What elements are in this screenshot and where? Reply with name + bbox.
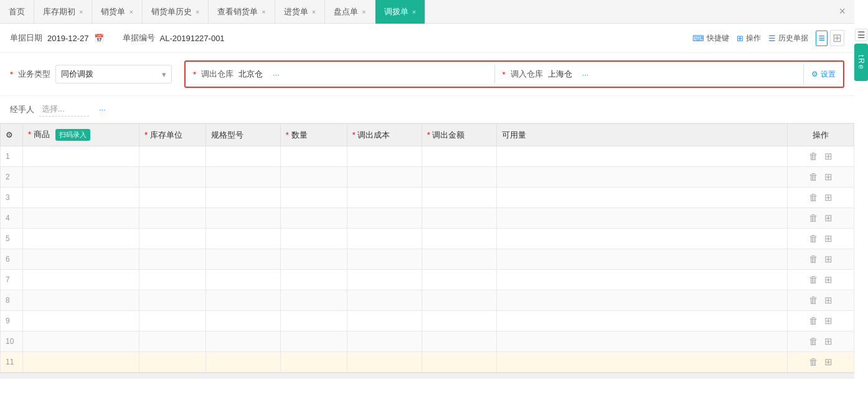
handler-more[interactable]: ···	[99, 105, 106, 114]
copy-icon-8[interactable]: ⊞	[824, 295, 833, 305]
row-available-2[interactable]	[496, 167, 787, 188]
row-transfer-amount-3[interactable]	[422, 188, 496, 208]
row-quantity-9[interactable]	[280, 311, 347, 331]
tab-inventory-init[interactable]: 库存期初 ×	[34, 0, 92, 24]
tab-close-inventory-init[interactable]: ×	[79, 8, 83, 16]
row-transfer-cost-11[interactable]	[347, 352, 422, 373]
delete-icon-8[interactable]: 🗑	[809, 295, 818, 305]
row-stock-unit-4[interactable]	[139, 208, 205, 229]
delete-icon-6[interactable]: 🗑	[809, 254, 818, 264]
grid-layout-icon[interactable]: ⊞	[830, 30, 844, 46]
row-transfer-amount-5[interactable]	[422, 229, 496, 249]
row-quantity-10[interactable]	[280, 331, 347, 352]
row-stock-unit-11[interactable]	[139, 352, 205, 373]
copy-icon-6[interactable]: ⊞	[824, 254, 833, 264]
row-available-10[interactable]	[496, 331, 787, 352]
row-product-3[interactable]	[23, 188, 139, 208]
row-quantity-4[interactable]	[280, 208, 347, 229]
row-quantity-6[interactable]	[280, 249, 347, 270]
row-available-4[interactable]	[496, 208, 787, 229]
row-spec-2[interactable]	[205, 167, 280, 188]
row-spec-10[interactable]	[205, 331, 280, 352]
delete-icon-9[interactable]: 🗑	[809, 315, 818, 326]
business-type-select[interactable]: 同价调拨 ▾	[55, 65, 172, 83]
delete-icon-4[interactable]: 🗑	[809, 212, 818, 223]
row-available-9[interactable]	[496, 311, 787, 331]
copy-icon-5[interactable]: ⊞	[824, 233, 833, 244]
row-transfer-cost-6[interactable]	[347, 249, 422, 270]
row-product-7[interactable]	[23, 270, 139, 290]
tab-sales-history[interactable]: 销货单历史 ×	[143, 0, 209, 24]
calendar-icon[interactable]: 📅	[94, 34, 104, 43]
row-transfer-cost-3[interactable]	[347, 188, 422, 208]
list-layout-icon[interactable]: ≡	[816, 31, 828, 46]
close-all-tabs[interactable]: ×	[830, 5, 854, 18]
row-transfer-amount-10[interactable]	[422, 331, 496, 352]
history-btn[interactable]: ☰ 历史单据	[768, 33, 808, 44]
settings-gear-btn[interactable]: ⚙ 设置	[803, 64, 843, 85]
sidebar-list-btn[interactable]: ☰	[855, 29, 867, 41]
row-transfer-amount-8[interactable]	[422, 290, 496, 311]
row-stock-unit-1[interactable]	[139, 146, 205, 167]
delete-icon-3[interactable]: 🗑	[809, 192, 818, 202]
row-transfer-amount-4[interactable]	[422, 208, 496, 229]
row-spec-7[interactable]	[205, 270, 280, 290]
row-transfer-cost-7[interactable]	[347, 270, 422, 290]
row-product-4[interactable]	[23, 208, 139, 229]
row-stock-unit-10[interactable]	[139, 331, 205, 352]
row-product-2[interactable]	[23, 167, 139, 188]
row-stock-unit-8[interactable]	[139, 290, 205, 311]
row-spec-9[interactable]	[205, 311, 280, 331]
tab-close-transfer-order[interactable]: ×	[412, 8, 416, 16]
row-quantity-11[interactable]	[280, 352, 347, 373]
row-available-6[interactable]	[496, 249, 787, 270]
row-transfer-cost-5[interactable]	[347, 229, 422, 249]
scan-btn[interactable]: 扫码录入	[55, 129, 90, 141]
row-spec-1[interactable]	[205, 146, 280, 167]
row-product-11[interactable]	[23, 352, 139, 373]
tab-close-view-sales[interactable]: ×	[262, 8, 265, 16]
copy-icon-3[interactable]: ⊞	[824, 192, 833, 202]
tab-sales-order[interactable]: 销货单 ×	[92, 0, 142, 24]
row-product-8[interactable]	[23, 290, 139, 311]
row-product-9[interactable]	[23, 311, 139, 331]
sidebar-teal-btn[interactable]: tRe	[854, 44, 868, 81]
row-available-5[interactable]	[496, 229, 787, 249]
tab-close-purchase-order[interactable]: ×	[312, 8, 316, 16]
shortcut-btn[interactable]: ⌨ 快捷键	[692, 33, 729, 44]
row-transfer-amount-9[interactable]	[422, 311, 496, 331]
row-available-1[interactable]	[496, 146, 787, 167]
handler-select[interactable]: 选择...	[39, 102, 89, 117]
row-quantity-2[interactable]	[280, 167, 347, 188]
row-spec-8[interactable]	[205, 290, 280, 311]
row-transfer-cost-4[interactable]	[347, 208, 422, 229]
row-transfer-amount-2[interactable]	[422, 167, 496, 188]
row-quantity-3[interactable]	[280, 188, 347, 208]
warehouse-out-more[interactable]: ···	[273, 70, 280, 79]
tab-home[interactable]: 首页	[0, 0, 34, 24]
copy-icon-11[interactable]: ⊞	[824, 356, 833, 367]
row-transfer-amount-7[interactable]	[422, 270, 496, 290]
row-transfer-cost-1[interactable]	[347, 146, 422, 167]
row-quantity-7[interactable]	[280, 270, 347, 290]
tab-purchase-order[interactable]: 进货单 ×	[275, 0, 325, 24]
delete-icon-10[interactable]: 🗑	[809, 336, 818, 346]
row-stock-unit-5[interactable]	[139, 229, 205, 249]
tab-close-inventory-check[interactable]: ×	[362, 8, 366, 16]
tab-view-sales[interactable]: 查看销货单 ×	[209, 0, 275, 24]
row-transfer-amount-11[interactable]	[422, 352, 496, 373]
copy-icon-2[interactable]: ⊞	[824, 171, 833, 182]
delete-icon-7[interactable]: 🗑	[809, 274, 818, 285]
row-stock-unit-7[interactable]	[139, 270, 205, 290]
row-product-10[interactable]	[23, 331, 139, 352]
row-transfer-cost-9[interactable]	[347, 311, 422, 331]
copy-icon-4[interactable]: ⊞	[824, 212, 833, 223]
tab-close-sales-history[interactable]: ×	[196, 8, 199, 16]
row-product-6[interactable]	[23, 249, 139, 270]
row-product-1[interactable]	[23, 146, 139, 167]
copy-icon-9[interactable]: ⊞	[824, 315, 833, 326]
row-transfer-amount-6[interactable]	[422, 249, 496, 270]
row-product-5[interactable]	[23, 229, 139, 249]
th-settings[interactable]: ⚙	[1, 124, 23, 146]
row-spec-5[interactable]	[205, 229, 280, 249]
